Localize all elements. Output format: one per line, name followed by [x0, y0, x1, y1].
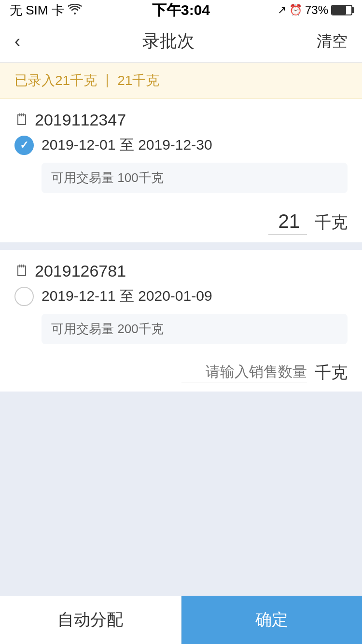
back-button[interactable]: ‹ — [14, 31, 20, 52]
quantity-row-1: 千克 — [0, 203, 362, 242]
status-bar: 无 SIM 卡 下午3:04 ↗ ⏰ 73% — [0, 0, 362, 20]
batch-radio-1[interactable] — [14, 136, 34, 155]
batch-date-1: 2019-12-01 至 2019-12-30 — [42, 135, 212, 155]
summary-divider — [107, 74, 108, 87]
batch-doc-icon-2: 🗒 — [14, 262, 30, 280]
nav-bar: ‹ 录批次 清空 — [0, 20, 362, 63]
wifi-icon — [68, 3, 82, 18]
status-right: ↗ ⏰ 73% — [278, 3, 352, 17]
batch-section-2: 🗒 2019126781 2019-12-11 至 2020-01-09 可用交… — [0, 250, 362, 392]
batch-date-row-1: 2019-12-01 至 2019-12-30 — [14, 135, 348, 155]
batch-radio-2[interactable] — [14, 287, 34, 306]
batch-item-1: 🗒 2019112347 2019-12-01 至 2019-12-30 可用交… — [0, 99, 362, 193]
quantity-unit-2: 千克 — [315, 362, 348, 384]
battery-percent: 73% — [305, 3, 328, 17]
batch-doc-icon-1: 🗒 — [14, 111, 30, 129]
batch-id-1: 2019112347 — [35, 111, 126, 129]
auto-distribute-button[interactable]: 自动分配 — [0, 596, 181, 644]
batch-id-2: 2019126781 — [35, 262, 126, 280]
location-icon: ↗ — [278, 4, 286, 16]
sim-label: 无 SIM 卡 — [10, 2, 64, 19]
battery-icon — [331, 5, 352, 15]
quantity-unit-1: 千克 — [315, 211, 348, 234]
batch-available-2: 可用交易量 200千克 — [42, 314, 348, 344]
status-time: 下午3:04 — [152, 0, 210, 20]
quantity-row-2: 千克 — [0, 354, 362, 392]
alarm-icon: ⏰ — [289, 4, 302, 16]
batch-section-1: 🗒 2019112347 2019-12-01 至 2019-12-30 可用交… — [0, 99, 362, 242]
status-left: 无 SIM 卡 — [10, 2, 82, 19]
summary-bar: 已录入21千克 21千克 — [0, 63, 362, 99]
section-divider — [0, 242, 362, 250]
quantity-underline-1 — [268, 210, 307, 235]
batch-date-row-2: 2019-12-11 至 2020-01-09 — [14, 286, 348, 306]
quantity-input-2[interactable] — [181, 364, 307, 380]
batch-date-2: 2019-12-11 至 2020-01-09 — [42, 286, 212, 306]
summary-value: 21千克 — [117, 71, 159, 90]
quantity-input-1[interactable] — [268, 210, 307, 232]
confirm-button[interactable]: 确定 — [181, 596, 362, 644]
batch-header-2: 🗒 2019126781 — [14, 262, 348, 280]
clear-button[interactable]: 清空 — [317, 31, 348, 52]
summary-recorded: 已录入21千克 — [14, 71, 97, 90]
page-title: 录批次 — [142, 29, 195, 53]
batch-header-1: 🗒 2019112347 — [14, 111, 348, 129]
batch-item-2: 🗒 2019126781 2019-12-11 至 2020-01-09 可用交… — [0, 250, 362, 344]
quantity-underline-2 — [181, 364, 307, 382]
empty-area — [0, 392, 362, 604]
batch-available-1: 可用交易量 100千克 — [42, 163, 348, 193]
bottom-bar: 自动分配 确定 — [0, 596, 362, 644]
